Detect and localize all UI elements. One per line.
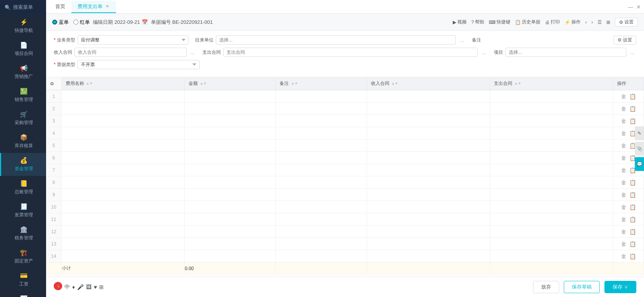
row-12-amount[interactable] [185, 226, 276, 238]
row-12-income-contract[interactable] [367, 226, 490, 238]
radio-red-label[interactable]: 红单 [73, 19, 90, 26]
save-button[interactable]: 保存 ∨ [604, 281, 636, 293]
row-3-expense-name[interactable] [61, 115, 185, 127]
row-3-copy-icon[interactable]: 📋 [629, 118, 636, 124]
right-icon-comment[interactable]: 💬 [635, 157, 644, 171]
row-10-delete-icon[interactable]: 🗑 [621, 204, 626, 210]
row-8-copy-icon[interactable]: 📋 [629, 179, 636, 186]
expense-contract-input[interactable] [223, 48, 478, 57]
row-9-expense-contract[interactable] [490, 189, 613, 201]
sidebar-item-payroll[interactable]: 💳 工资 [0, 268, 46, 291]
row-9-income-contract[interactable] [367, 189, 490, 201]
row-13-income-contract[interactable] [367, 238, 490, 250]
row-3-income-contract[interactable] [367, 115, 490, 127]
nav-next-btn[interactable]: › [591, 20, 593, 25]
row-10-copy-icon[interactable]: 📋 [629, 204, 636, 210]
row-12-copy-icon[interactable]: 📋 [629, 229, 636, 235]
row-14-expense-name[interactable] [61, 250, 185, 262]
row-4-notes[interactable] [276, 127, 367, 139]
right-icon-edit[interactable]: ✎ [635, 126, 644, 140]
row-6-expense-name[interactable] [61, 152, 185, 164]
row-9-amount[interactable] [185, 189, 276, 201]
shortcuts-btn[interactable]: ⌨ 快捷键 [489, 19, 510, 25]
sidebar-item-tax-mgmt[interactable]: 🏛️ 税务管理 [0, 222, 46, 245]
help-btn[interactable]: ? 帮助 [471, 19, 484, 25]
row-4-expense-contract[interactable] [490, 127, 613, 139]
row-10-notes[interactable] [276, 201, 367, 213]
row-6-notes[interactable] [276, 152, 367, 164]
row-8-notes[interactable] [276, 176, 367, 189]
close-icon[interactable]: ✕ [636, 4, 641, 10]
tab-expense-close[interactable]: ✕ [105, 4, 110, 9]
sidebar-item-capital-mgmt[interactable]: 💰 资金管理 [0, 153, 46, 176]
row-11-amount[interactable] [185, 213, 276, 226]
row-7-notes[interactable] [276, 164, 367, 176]
row-14-delete-icon[interactable]: 🗑 [621, 253, 626, 259]
tab-home[interactable]: 首页 [49, 1, 71, 13]
row-13-expense-name[interactable] [61, 238, 185, 250]
row-2-expense-name[interactable] [61, 103, 185, 115]
income-contract-ellipsis[interactable]: ... [189, 49, 197, 55]
row-10-expense-name[interactable] [61, 201, 185, 213]
row-7-delete-icon[interactable]: 🗑 [621, 167, 626, 173]
row-4-amount[interactable] [185, 127, 276, 139]
partner-input[interactable] [216, 35, 456, 45]
sidebar-item-purchase-mgmt[interactable]: 🛒 采购管理 [0, 107, 46, 130]
right-icon-attach[interactable]: 📎 [635, 142, 644, 156]
row-5-expense-name[interactable] [61, 139, 185, 152]
row-13-amount[interactable] [185, 238, 276, 250]
sidebar-item-quick-nav[interactable]: ⚡ 快捷导航 [0, 15, 46, 38]
row-12-delete-icon[interactable]: 🗑 [621, 229, 626, 235]
calendar-icon[interactable]: 📅 [142, 19, 148, 25]
row-8-amount[interactable] [185, 176, 276, 189]
row-13-expense-contract[interactable] [490, 238, 613, 250]
sidebar-search[interactable]: 🔍 搜索菜单 [0, 0, 46, 15]
row-6-delete-icon[interactable]: 🗑 [621, 155, 626, 161]
row-9-delete-icon[interactable]: 🗑 [621, 192, 626, 198]
sidebar-item-fixed-assets[interactable]: 🏗️ 固定资产 [0, 245, 46, 268]
row-12-expense-contract[interactable] [490, 226, 613, 238]
row-14-expense-contract[interactable] [490, 250, 613, 262]
row-10-amount[interactable] [185, 201, 276, 213]
partner-ellipsis[interactable]: ... [458, 37, 466, 43]
row-9-notes[interactable] [276, 189, 367, 201]
row-2-notes[interactable] [276, 103, 367, 115]
row-12-expense-name[interactable] [61, 226, 185, 238]
row-2-copy-icon[interactable]: 📋 [629, 106, 636, 112]
row-1-copy-icon[interactable]: 📋 [629, 93, 636, 100]
row-13-copy-icon[interactable]: 📋 [629, 241, 636, 247]
row-1-amount[interactable] [185, 90, 276, 103]
row-4-income-contract[interactable] [367, 127, 490, 139]
row-1-expense-contract[interactable] [490, 90, 613, 103]
row-8-expense-contract[interactable] [490, 176, 613, 189]
row-8-income-contract[interactable] [367, 176, 490, 189]
radio-blue-label[interactable]: 蓝单 [52, 19, 69, 26]
row-5-notes[interactable] [276, 139, 367, 152]
sidebar-item-project-contract[interactable]: 📄 项目合同 [0, 38, 46, 61]
row-10-expense-contract[interactable] [490, 201, 613, 213]
sidebar-item-inventory[interactable]: 📦 库存核算 [0, 130, 46, 153]
expense-contract-ellipsis[interactable]: ... [480, 49, 488, 55]
row-9-copy-icon[interactable]: 📋 [629, 192, 636, 198]
row-6-expense-contract[interactable] [490, 152, 613, 164]
row-2-delete-icon[interactable]: 🗑 [621, 106, 626, 112]
operations-btn[interactable]: ⚡ 操作 [565, 19, 581, 25]
sidebar-item-ops-mgmt[interactable]: 📊 经营管理 [0, 291, 46, 297]
row-11-income-contract[interactable] [367, 213, 490, 226]
tab-expense[interactable]: 费用支出单 ✕ [71, 1, 116, 13]
sidebar-item-marketing[interactable]: 📢 营销推广 [0, 61, 46, 84]
settings-button[interactable]: ⚙ 设置 [615, 18, 638, 27]
row-3-amount[interactable] [185, 115, 276, 127]
sidebar-item-sales-mgmt[interactable]: 💹 销售管理 [0, 84, 46, 107]
row-9-expense-name[interactable] [61, 189, 185, 201]
history-btn[interactable]: 📋 历史单据 [515, 19, 540, 25]
business-type-select[interactable]: 应付调整 [78, 35, 189, 45]
income-contract-input[interactable] [74, 48, 187, 57]
row-14-amount[interactable] [185, 250, 276, 262]
row-14-copy-icon[interactable]: 📋 [629, 253, 636, 259]
view-list-btn[interactable]: ☰ [598, 20, 602, 25]
row-14-notes[interactable] [276, 250, 367, 262]
row-11-notes[interactable] [276, 213, 367, 226]
row-11-expense-contract[interactable] [490, 213, 613, 226]
row-2-expense-contract[interactable] [490, 103, 613, 115]
